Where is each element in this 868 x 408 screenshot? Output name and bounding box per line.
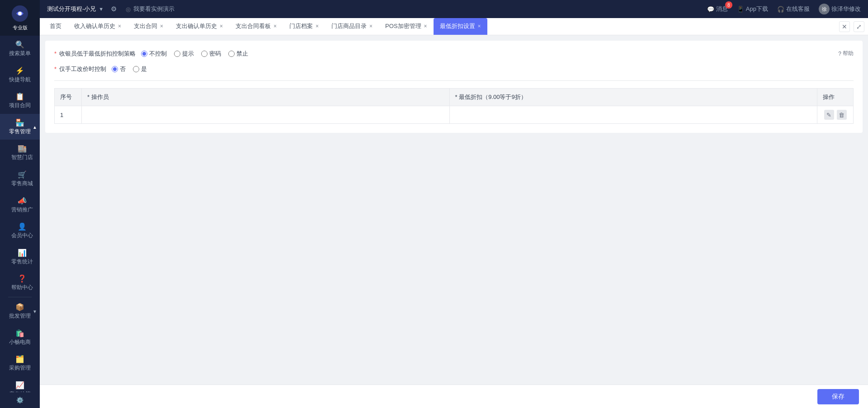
sidebar-item-quicknav[interactable]: ⚡ 快捷导航 [0, 62, 40, 88]
user-profile[interactable]: 徐 徐泽华修改 [819, 4, 861, 14]
demo-link[interactable]: ◎ 我要看实例演示 [126, 5, 175, 13]
sidebar-item-label: 搜索菜单 [9, 50, 31, 57]
message-badge: 8 [725, 1, 732, 9]
quicknav-icon: ⚡ [15, 66, 24, 75]
sidebar-item-help[interactable]: ❓ 帮助中心 [0, 270, 40, 296]
tab-close-icon[interactable]: × [424, 23, 427, 29]
sidebar-item-label: 智慧门店 [11, 154, 33, 161]
help-link[interactable]: ? 帮助 [838, 50, 854, 57]
tab-expand-button[interactable]: ⤢ [854, 21, 864, 32]
required-star: * [54, 66, 57, 72]
sidebar-item-purchase[interactable]: 🗂️ 采购管理 [0, 350, 40, 376]
tab-min-discount[interactable]: 最低折扣设置 × [434, 18, 487, 35]
project-name: 测试分开项程-小兄 [47, 5, 96, 13]
purchase-icon: 🗂️ [15, 355, 24, 363]
data-table: 序号 * 操作员 * 最低折扣（9.00等于9折） 操作 1 [54, 88, 854, 124]
circle-icon: ◎ [126, 6, 131, 13]
tab-bar: 首页 收入确认单历史 × 支出合同 × 支出确认单历史 × 支出合同看板 × 门… [40, 18, 868, 35]
tab-store-archive[interactable]: 门店档案 × [283, 18, 325, 35]
tab-home[interactable]: 首页 [43, 18, 68, 35]
tab-close-button[interactable]: ✕ [839, 21, 850, 32]
sidebar-item-onlineshop[interactable]: 🛒 零售商城 [0, 166, 40, 192]
sidebar-item-label: 会员中心 [11, 232, 33, 239]
top-bar: 测试分开项程-小兄 ▼ ⚙ ◎ 我要看实例演示 💬 消息 8 📱 App下载 🎧… [40, 0, 868, 18]
save-button[interactable]: 保存 [817, 389, 859, 404]
radio-no-control[interactable]: 不控制 [141, 50, 167, 58]
tab-label: 收入确认单历史 [74, 22, 115, 30]
tab-close-icon[interactable]: × [369, 23, 373, 29]
discount-input[interactable] [455, 112, 812, 118]
sidebar-item-inventory[interactable]: 📈 库存核算 [0, 376, 40, 392]
sidebar-item-marketing[interactable]: 📣 营销推广 [0, 192, 40, 218]
sidebar-item-ecommerce[interactable]: 🛍️ 小畅电商 [0, 324, 40, 351]
delete-row-button[interactable]: 🗑 [837, 110, 847, 120]
tab-close-icon[interactable]: × [160, 23, 163, 29]
radio-yes[interactable]: 是 [133, 65, 147, 73]
cell-operator[interactable] [82, 106, 450, 124]
radio-forbid[interactable]: 禁止 [228, 50, 248, 58]
sidebar-item-label: 帮助中心 [11, 284, 33, 291]
radio-hint-input[interactable] [174, 51, 180, 57]
required-star: * [54, 50, 57, 57]
radio-forbid-input[interactable] [228, 51, 235, 57]
tab-close-icon[interactable]: × [316, 23, 319, 29]
sidebar-item-label: 小畅电商 [9, 339, 31, 346]
sidebar-item-retailstat[interactable]: 📊 零售统计 [0, 244, 40, 270]
operator-input[interactable] [87, 112, 444, 118]
tab-pos-encrypt[interactable]: POS加密管理 × [379, 18, 433, 35]
radio-password[interactable]: 密码 [201, 50, 221, 58]
radio-no-input[interactable] [112, 66, 118, 72]
help-label: 帮助 [843, 50, 854, 57]
sidebar-item-search[interactable]: 🔍 搜索菜单 [0, 36, 40, 62]
radio-no-control-input[interactable] [141, 51, 147, 57]
radio-no-control-label: 不控制 [149, 50, 167, 58]
topbar-gear-icon[interactable]: ⚙ [111, 5, 117, 13]
cell-discount[interactable] [449, 106, 817, 124]
tab-payment-contract[interactable]: 支出合同 × [127, 18, 170, 35]
tab-close-icon[interactable]: × [274, 23, 277, 29]
sidebar-item-label: 零售管理 [9, 128, 31, 136]
sidebar-item-smartshop[interactable]: 🏬 智慧门店 [0, 140, 40, 166]
app-download-button[interactable]: 📱 App下载 [737, 5, 768, 13]
message-button[interactable]: 💬 消息 8 [707, 5, 728, 13]
sidebar-item-member[interactable]: 👤 会员中心 [0, 218, 40, 244]
online-support-button[interactable]: 🎧 在线客服 [777, 5, 810, 13]
user-name: 徐泽华修改 [831, 5, 861, 13]
tab-store-products[interactable]: 门店商品目录 × [325, 18, 379, 35]
tab-income-confirm[interactable]: 收入确认单历史 × [68, 18, 127, 35]
tab-label: 首页 [50, 22, 61, 30]
tab-bar-actions: ✕ ⤢ [839, 21, 864, 32]
marketing-icon: 📣 [18, 197, 27, 205]
sidebar-item-project[interactable]: 📋 项目合同 [0, 88, 40, 114]
sidebar-item-label: 采购管理 [9, 365, 31, 372]
tab-close-icon[interactable]: × [118, 23, 121, 29]
radio-forbid-label: 禁止 [236, 50, 248, 58]
sidebar-item-retail[interactable]: 🏪 零售管理 ▲ [0, 114, 40, 140]
sidebar-item-label: 批发管理 [9, 313, 31, 320]
tab-label: POS加密管理 [385, 22, 421, 30]
message-icon: 💬 [707, 6, 714, 13]
bottom-bar: 保存 [40, 385, 868, 408]
sidebar-item-label: 项目合同 [9, 102, 31, 109]
sidebar-item-label: 零售统计 [11, 258, 33, 266]
tab-payment-board[interactable]: 支出合同看板 × [229, 18, 283, 35]
chevron-down-icon: ▼ [33, 309, 37, 314]
edit-row-button[interactable]: ✎ [824, 110, 834, 120]
table-row: 1 ✎ [55, 106, 854, 124]
radio-password-label: 密码 [209, 50, 221, 58]
project-dropdown-icon: ▼ [99, 6, 104, 12]
table-header-row: 序号 * 操作员 * 最低折扣（9.00等于9折） 操作 [55, 89, 854, 106]
sidebar-item-wholesale[interactable]: 📦 批发管理 ▼ [0, 298, 40, 324]
sidebar-settings[interactable]: ⚙️ [0, 392, 40, 408]
content-area: ? 帮助 * 收银员低于最低折扣控制策略 不控制 [40, 35, 868, 385]
tab-close-icon[interactable]: × [220, 23, 223, 29]
tab-payment-confirm[interactable]: 支出确认单历史 × [170, 18, 229, 35]
radio-yes-input[interactable] [133, 66, 139, 72]
project-selector[interactable]: 测试分开项程-小兄 ▼ [47, 5, 104, 13]
sidebar-logo-text: 专业版 [13, 24, 28, 31]
radio-no[interactable]: 否 [112, 65, 126, 73]
radio-hint[interactable]: 提示 [174, 50, 194, 58]
tab-close-icon[interactable]: × [478, 23, 481, 29]
radio-password-input[interactable] [201, 51, 208, 57]
smartshop-icon: 🏬 [18, 144, 27, 153]
